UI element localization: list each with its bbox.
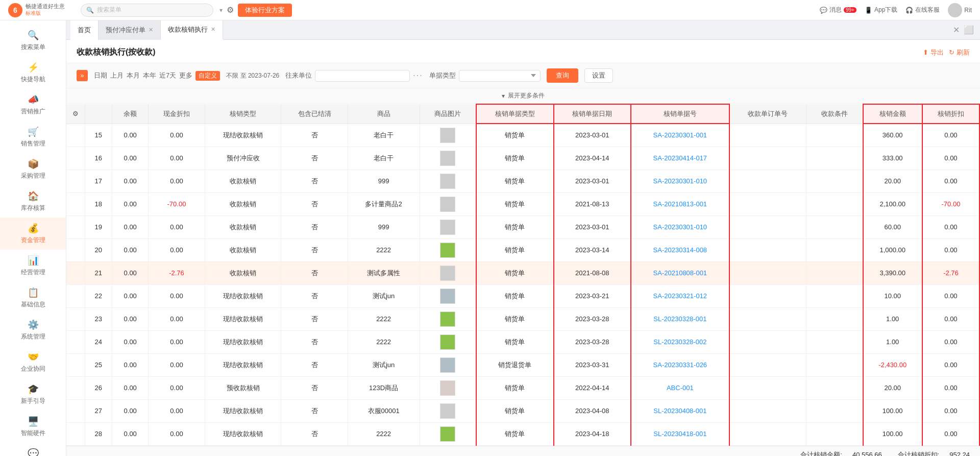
cell-receipt-order-no	[729, 284, 806, 307]
cell-product: 123D商品	[348, 376, 420, 399]
message-item[interactable]: 💬 消息 99+	[820, 6, 856, 14]
tab-prepay[interactable]: 预付冲应付单 ✕	[99, 20, 161, 40]
cell-settings	[66, 215, 85, 238]
cell-cancel-bill-no[interactable]: SL-20230328-001	[631, 307, 729, 330]
cell-include-settled: 否	[281, 215, 348, 238]
sidebar-item-guide[interactable]: 🎓 新手引导	[0, 378, 66, 411]
table-wrapper: ⚙ 余额 现金折扣 核销类型 包含已结清 商品 商品图片 核销单据类型 核销单据…	[66, 104, 980, 446]
expand-more-row[interactable]: ▾ 展开更多条件	[66, 88, 980, 104]
close-window-icon[interactable]: ✕	[953, 25, 960, 35]
tab-cancel[interactable]: 收款核销执行 ✕	[161, 20, 223, 40]
sidebar-item-label: 采购管理	[21, 172, 45, 180]
close-icon[interactable]: ✕	[149, 27, 153, 33]
date-link-this-month[interactable]: 本月	[127, 71, 140, 80]
cell-receipt-condition	[806, 238, 863, 261]
close-icon[interactable]: ✕	[211, 26, 215, 33]
app-download-item[interactable]: 📱 App下载	[865, 6, 897, 14]
cell-cancel-bill-type: 销货单	[476, 215, 553, 238]
export-button[interactable]: ⬆ 导出	[923, 48, 944, 57]
sidebar-item-label: 基础信息	[21, 300, 45, 309]
cell-cancel-bill-no[interactable]: SA-20230301-001	[631, 124, 729, 147]
sidebar-item-basics[interactable]: 📋 基础信息	[0, 282, 66, 314]
col-seq	[85, 104, 112, 124]
cell-product: 测试jun	[348, 353, 420, 376]
sidebar-item-operations[interactable]: 📊 经营管理	[0, 250, 66, 282]
sidebar-item-label: 快捷导航	[21, 75, 45, 84]
cell-cancel-discount: -70.00	[922, 193, 979, 215]
cell-include-settled: 否	[281, 124, 348, 147]
cell-settings	[66, 261, 85, 284]
cell-cancel-bill-no[interactable]: SA-20230301-010	[631, 170, 729, 193]
cell-seq: 20	[85, 238, 112, 261]
cell-cash-discount: 0.00	[149, 399, 205, 422]
cell-receipt-condition	[806, 422, 863, 445]
cell-product: 测试多属性	[348, 261, 420, 284]
refresh-button[interactable]: ↻ 刷新	[949, 48, 970, 57]
service-item[interactable]: 🎧 在线客服	[905, 6, 940, 14]
sidebar-item-purchase[interactable]: 📦 采购管理	[0, 153, 66, 185]
cell-cancel-bill-no[interactable]: SA-20230414-017	[631, 147, 729, 170]
custom-date-button[interactable]: 自定义	[195, 71, 220, 81]
cell-include-settled: 否	[281, 193, 348, 215]
footer-total-discount: 952.24	[949, 451, 970, 456]
expand-button[interactable]: »	[77, 70, 88, 81]
gear-icon[interactable]: ⚙	[227, 5, 234, 15]
cell-include-settled: 否	[281, 399, 348, 422]
setting-button[interactable]: 设置	[584, 68, 613, 83]
sidebar-item-search[interactable]: 🔍 搜索菜单	[0, 25, 66, 57]
sidebar-item-marketing[interactable]: 📣 营销推广	[0, 89, 66, 121]
cell-cash-discount: 0.00	[149, 147, 205, 170]
cell-cash-discount: -70.00	[149, 193, 205, 215]
partner-input[interactable]	[315, 70, 410, 82]
cell-cancel-bill-no[interactable]: SL-20230408-001	[631, 399, 729, 422]
sidebar-item-collab[interactable]: 🤝 企业协同	[0, 346, 66, 378]
search-bar[interactable]: 🔍 搜索菜单	[81, 4, 213, 17]
cell-cancel-bill-type: 销货单	[476, 399, 553, 422]
cell-cancel-bill-type: 销货单	[476, 307, 553, 330]
sidebar-item-finance[interactable]: 💰 资金管理	[0, 218, 66, 250]
cell-cancel-bill-no[interactable]: SA-20210813-001	[631, 193, 729, 215]
col-settings[interactable]: ⚙	[66, 104, 85, 124]
sidebar-item-hardware[interactable]: 🖥️ 智能硬件	[0, 411, 66, 443]
cell-include-settled: 否	[281, 284, 348, 307]
cell-cancel-bill-no[interactable]: SL-20230418-001	[631, 422, 729, 445]
cell-balance: 0.00	[112, 215, 149, 238]
trial-button[interactable]: 体验行业方案	[238, 4, 292, 17]
cell-cancel-bill-no[interactable]: SA-20230314-008	[631, 238, 729, 261]
cell-cancel-bill-no[interactable]: SA-20210808-001	[631, 261, 729, 284]
cell-cancel-bill-no[interactable]: SL-20230328-002	[631, 330, 729, 353]
query-button[interactable]: 查询	[547, 68, 578, 83]
chevron-down-icon[interactable]: ▾	[219, 7, 223, 14]
chevron-down-icon: ▾	[502, 92, 505, 100]
table-row: 22 0.00 0.00 现结收款核销 否 测试jun 销货单 2023-03-…	[66, 284, 979, 307]
cell-cancel-bill-no[interactable]: SA-20230331-026	[631, 353, 729, 376]
cell-cancel-bill-date: 2023-03-01	[554, 170, 631, 193]
type-select[interactable]	[459, 70, 541, 82]
sidebar-item-label: 新手引导	[21, 397, 45, 405]
date-link-this-year[interactable]: 本年	[143, 71, 156, 80]
tab-home[interactable]: 首页	[70, 20, 99, 40]
sidebar-item-label: 企业协同	[21, 365, 45, 373]
sidebar-item-label: 搜索菜单	[21, 43, 45, 52]
sidebar-item-system[interactable]: ⚙️ 系统管理	[0, 314, 66, 346]
date-link-more[interactable]: 更多	[179, 71, 192, 80]
sidebar-item-wechat[interactable]: 💬 企业微信	[0, 443, 66, 456]
sidebar-item-inventory[interactable]: 🏠 库存核算	[0, 185, 66, 218]
col-cancel-amount: 核销金额	[863, 104, 922, 124]
cell-cancel-bill-no[interactable]: SA-20230301-010	[631, 215, 729, 238]
cell-cancel-bill-no[interactable]: SA-20230321-012	[631, 284, 729, 307]
maximize-icon[interactable]: ⬜	[964, 25, 974, 35]
cell-cancel-bill-type: 销货单	[476, 422, 553, 445]
cell-product: 老白干	[348, 124, 420, 147]
cell-cancel-bill-no[interactable]: ABC-001	[631, 376, 729, 399]
date-link-7days[interactable]: 近7天	[159, 71, 176, 80]
sidebar-item-shortcuts[interactable]: ⚡ 快捷导航	[0, 57, 66, 89]
sidebar-item-sales[interactable]: 🛒 销售管理	[0, 121, 66, 153]
cell-product: 999	[348, 215, 420, 238]
cell-cash-discount: 0.00	[149, 353, 205, 376]
date-link-last-month[interactable]: 上月	[110, 71, 124, 80]
user-item[interactable]: Rit	[948, 3, 972, 17]
cell-seq: 17	[85, 170, 112, 193]
cell-product-img	[420, 193, 476, 215]
cell-product-img	[420, 284, 476, 307]
